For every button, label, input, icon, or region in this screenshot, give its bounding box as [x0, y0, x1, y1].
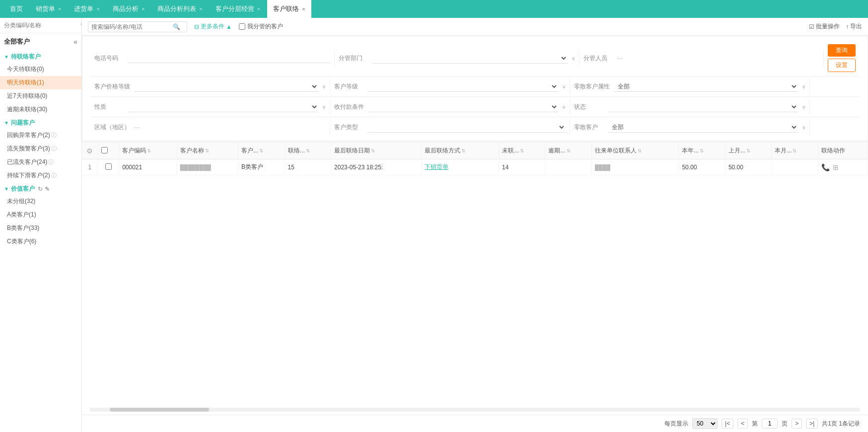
- col-gear[interactable]: ⚙: [82, 143, 98, 159]
- prev-page-btn[interactable]: <: [737, 419, 748, 429]
- first-page-btn[interactable]: |<: [722, 419, 733, 429]
- sidebar-item-ungrouped[interactable]: 未分组(32): [0, 195, 81, 208]
- search-input[interactable]: [91, 23, 171, 30]
- col-contacts[interactable]: 联络... ⇅: [285, 143, 331, 159]
- sort-icon: ⇅: [520, 148, 524, 153]
- filter-status-label: 状态: [574, 103, 604, 111]
- sidebar-item-repurchase-anomaly[interactable]: 回购异常客户(2) ⓘ: [0, 129, 81, 142]
- row-last-contact-method[interactable]: 下销货单: [422, 159, 499, 175]
- filter-nature: 性质 ∨: [90, 99, 330, 115]
- sidebar-item-declining[interactable]: 持续下滑客户(2) ⓘ: [0, 169, 81, 182]
- col-customer-code[interactable]: 客户编码 ⇅: [119, 143, 177, 159]
- batch-ops-btn[interactable]: ☑ 批量操作: [809, 22, 840, 31]
- nav-home[interactable]: 首页: [4, 0, 29, 18]
- filter-customer-level-select[interactable]: [368, 81, 558, 92]
- row-contacts: 15: [285, 159, 331, 175]
- nav-close-icon[interactable]: ×: [302, 6, 305, 12]
- col-unit-contacts[interactable]: 往来单位联系人 ⇅: [591, 143, 678, 159]
- nav-close-icon[interactable]: ×: [58, 6, 61, 12]
- sidebar-item-tomorrow-contact[interactable]: 明天待联络(1): [0, 76, 81, 89]
- col-customer-type[interactable]: 客户... ⇅: [238, 143, 285, 159]
- sidebar-item-today-contact[interactable]: 今天待联络(0): [0, 63, 81, 76]
- sort-icon: ⇅: [638, 148, 642, 153]
- more-filters-btn[interactable]: ⊟ 更多条件 ▲: [191, 21, 235, 32]
- filter-region-dots[interactable]: ···: [134, 123, 140, 131]
- page-input[interactable]: [762, 419, 778, 429]
- nav-close-icon[interactable]: ×: [199, 6, 202, 12]
- sidebar-item-overdue-contact[interactable]: 逾期未联络(30): [0, 103, 81, 116]
- my-customers-checkbox[interactable]: [239, 23, 245, 30]
- qr-icon[interactable]: ⊞: [833, 163, 839, 171]
- row-check[interactable]: [98, 159, 119, 175]
- col-overdue[interactable]: 逾期... ⇅: [545, 143, 591, 159]
- filter-phone-input[interactable]: [128, 54, 330, 63]
- sidebar-item-class-b[interactable]: B类客户(33): [0, 221, 81, 235]
- nav-customer-contact[interactable]: 客户联络 ×: [267, 0, 311, 18]
- filter-price-level-select[interactable]: [134, 81, 318, 92]
- nav-close-icon[interactable]: ×: [96, 6, 99, 12]
- sidebar-search-input[interactable]: [4, 22, 78, 29]
- filter-manager-dots[interactable]: ···: [617, 54, 623, 62]
- sidebar-item-7days-contact[interactable]: 近7天待联络(0): [0, 89, 81, 103]
- settings-button[interactable]: 设置: [828, 59, 856, 72]
- col-this-month[interactable]: 本月... ⇅: [772, 143, 818, 159]
- nav-product-analysis-list[interactable]: 商品分析列表 ×: [151, 0, 208, 18]
- filter-payment-label: 收付款条件: [334, 103, 364, 111]
- sidebar-item-churn-warning[interactable]: 流失预警客户(3) ⓘ: [0, 142, 81, 155]
- nav-sales-order[interactable]: 销货单 ×: [30, 0, 67, 18]
- phone-icon[interactable]: 📞: [821, 163, 830, 171]
- edit-icon[interactable]: ✎: [45, 186, 50, 193]
- row-customer-name: ████████: [177, 159, 238, 175]
- search-icon[interactable]: 🔍: [173, 23, 180, 30]
- sidebar-item-class-a[interactable]: A类客户(1): [0, 208, 81, 221]
- col-customer-name[interactable]: 客户名称 ⇅: [177, 143, 238, 159]
- filter-payment-select[interactable]: [368, 102, 558, 112]
- per-page-label: 每页显示: [664, 420, 688, 428]
- horizontal-scrollbar[interactable]: [90, 408, 860, 412]
- sidebar-item-class-c[interactable]: C类客户(6): [0, 235, 81, 248]
- filter-retail-customer-select[interactable]: 全部: [608, 122, 798, 133]
- query-button[interactable]: 查询: [828, 44, 856, 57]
- footer: 每页显示 50 100 |< < 第 页 > >| 共1页 1条记录: [82, 415, 868, 432]
- sort-icon: ⇅: [147, 148, 151, 153]
- col-last-contact-date[interactable]: 最后联络日期 ⇅: [331, 143, 422, 159]
- filter-row-4: 区域（地区） ··· 客户类型 零散客户 全部 ∨: [90, 117, 860, 137]
- nav-customer-tier[interactable]: 客户分层经营 ×: [210, 0, 266, 18]
- col-action: 联络动作: [818, 143, 868, 159]
- sidebar-collapse-icon[interactable]: «: [73, 38, 77, 46]
- select-all-checkbox[interactable]: [101, 147, 108, 153]
- refresh-icon[interactable]: ↻: [38, 186, 43, 193]
- info-icon: ⓘ: [51, 132, 57, 139]
- col-uncontacted[interactable]: 未联... ⇅: [499, 143, 545, 159]
- col-last-month[interactable]: 上月... ⇅: [725, 143, 771, 159]
- last-page-btn[interactable]: >|: [806, 419, 818, 429]
- nav-purchase-order[interactable]: 进货单 ×: [68, 0, 105, 18]
- contact-method-link[interactable]: 下销货单: [425, 163, 448, 170]
- nav-close-icon[interactable]: ×: [142, 6, 145, 12]
- filter-customer-type-select[interactable]: [368, 122, 566, 133]
- sort-icon: ⇅: [306, 148, 310, 153]
- col-this-year[interactable]: 本年... ⇅: [679, 143, 725, 159]
- scrollbar-thumb[interactable]: [110, 408, 209, 412]
- row-last-month: 50.00: [725, 159, 771, 175]
- col-check: [98, 143, 119, 159]
- gear-icon[interactable]: ⚙: [86, 147, 93, 155]
- filter-customer-level: 客户等级 ∨: [330, 78, 570, 94]
- nav-product-analysis[interactable]: 商品分析 ×: [107, 0, 150, 18]
- filter-dept-select[interactable]: [372, 53, 567, 64]
- per-page-select[interactable]: 50 100: [692, 418, 718, 429]
- filter-nature-select[interactable]: [128, 102, 318, 112]
- section-problem-customers: ▼ 问题客户: [0, 116, 81, 129]
- row-checkbox[interactable]: [105, 163, 112, 170]
- sidebar-item-churned[interactable]: 已流失客户(24) ⓘ: [0, 155, 81, 169]
- next-page-btn[interactable]: >: [792, 419, 802, 429]
- section-pending-contact: ▼ 待联络客户: [0, 50, 81, 63]
- my-customers-checkbox-label[interactable]: 我分管的客户: [239, 22, 283, 31]
- filter-retail-attr-select[interactable]: 全部: [614, 81, 798, 92]
- filter-dept: 分管部门 ∨: [335, 50, 579, 66]
- filter-status-select[interactable]: [608, 102, 798, 112]
- export-btn[interactable]: ↑ 导出: [846, 22, 862, 31]
- nav-close-icon[interactable]: ×: [257, 6, 260, 12]
- toolbar-right: ☑ 批量操作 ↑ 导出: [809, 22, 862, 31]
- col-last-contact-method[interactable]: 最后联络方式 ⇅: [422, 143, 499, 159]
